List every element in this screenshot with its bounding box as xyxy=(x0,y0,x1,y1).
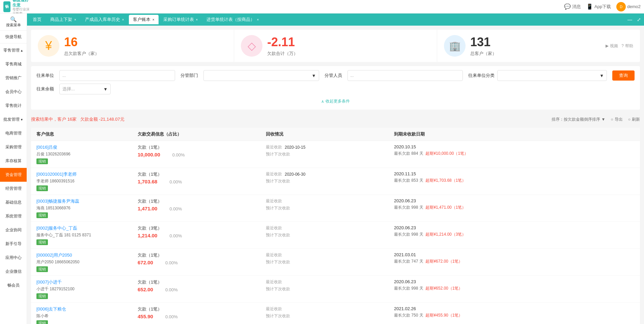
tab-minimize-button[interactable]: — xyxy=(626,16,634,23)
dept-select[interactable]: ▼ xyxy=(203,70,319,81)
close-icon[interactable]: × xyxy=(74,18,76,22)
sidebar-item-label: 企业微信 xyxy=(5,269,22,274)
video-icon: ▶ xyxy=(606,43,609,48)
debt-count: 欠款（1笔） xyxy=(138,171,266,177)
customer-contact: 用户2050 18665062050 xyxy=(36,259,138,265)
overdue-days: 最长欠款 998 天 超期¥1,214.00（3笔） xyxy=(394,232,635,237)
customer-name-link[interactable]: [0016]吕俊 xyxy=(36,144,138,150)
message-button[interactable]: 💬 消息 xyxy=(564,3,581,10)
sidebar-item-vip[interactable]: 畅会员 xyxy=(0,278,27,292)
close-icon[interactable]: × xyxy=(152,18,155,22)
debt-amount[interactable]: 1,703.68 xyxy=(138,179,157,184)
sort-select[interactable]: 排序：按欠款金额倒序排序 ▼ xyxy=(552,117,606,122)
overdue-amount-link[interactable]: 超期¥672.00（1笔） xyxy=(425,259,463,264)
sidebar-item-retail-mgmt[interactable]: 零售管理 ▲ xyxy=(0,43,27,57)
stat-debt-customers: ¥ 16 总欠款客户（家） xyxy=(31,30,234,62)
collapse-button[interactable]: ∧ 收起更多条件 xyxy=(36,97,635,106)
filter-area: 往来单位 ... 分管部门 ▼ xyxy=(31,66,640,110)
filter-manager-label: 分管人员 xyxy=(325,72,345,79)
overdue-date: 2020.10.15 xyxy=(394,144,635,149)
tab-maximize-button[interactable]: ⤢ xyxy=(636,16,642,23)
sidebar-item-retail-stats[interactable]: 零售统计 xyxy=(0,99,27,113)
overdue-amount-link[interactable]: 超期¥1,471.00（1笔） xyxy=(425,205,466,210)
customer-name-link[interactable]: [0001020001]李老师 xyxy=(36,171,138,177)
overdue-amount-link[interactable]: 超期¥1,214.00（3笔） xyxy=(425,232,466,237)
balance-select[interactable]: 选择... ▼ xyxy=(59,84,111,94)
debt-amount[interactable]: 455.90 xyxy=(138,314,153,319)
export-button[interactable]: ○ 导出 xyxy=(611,117,623,122)
sidebar-item-stock-check[interactable]: 库存核算 xyxy=(0,154,27,168)
close-icon[interactable]: × xyxy=(122,18,124,22)
debt-percent: 0.00% xyxy=(169,179,182,184)
debt-amount[interactable]: 652.00 xyxy=(138,287,153,292)
tab-product-history[interactable]: 产成品入库单历史 × xyxy=(81,15,128,24)
filter-source-unit: 往来单位 ... xyxy=(36,70,175,81)
overdue-amount-link[interactable]: 超期¥1,703.68（1笔） xyxy=(425,178,466,183)
filter-manager: 分管人员 ... xyxy=(325,70,463,81)
filter-source-unit-label: 往来单位 xyxy=(36,72,57,79)
sidebar-item-app-center[interactable]: 应用中心 xyxy=(0,251,27,265)
sidebar-item-corp-collab[interactable]: 企业协同 xyxy=(0,223,27,237)
source-unit-input[interactable]: ... xyxy=(59,70,175,81)
sidebar-item-member[interactable]: 会员中心 xyxy=(0,85,27,99)
overdue-days: 最长欠款 998 天 超期¥1,471.00（1笔） xyxy=(394,205,635,210)
chevron-down-icon: ▼ xyxy=(312,73,316,78)
close-icon[interactable]: × xyxy=(196,18,198,22)
sidebar-item-ops-mgmt[interactable]: 经营管理 xyxy=(0,182,27,196)
results-info: 搜索结果中，客户 16家 欠款金额 -21,148.07元 xyxy=(31,116,124,122)
debt-amount[interactable]: 672.00 xyxy=(138,260,153,265)
sidebar-item-sys-mgmt[interactable]: 系统管理 xyxy=(0,209,27,223)
filter-dept-label: 分管部门 xyxy=(180,72,201,79)
debt-amount[interactable]: 10,000.00 xyxy=(138,152,160,157)
tab-product-shelf[interactable]: 商品上下架 × xyxy=(46,15,80,24)
app-logo: 畅 畅捷通好生意 母婴行业演示账套 xyxy=(3,0,30,16)
tab-purchase-detail[interactable]: 进货单统计表（按商品） × xyxy=(202,15,263,24)
unit-category-select[interactable]: ▼ xyxy=(497,70,607,81)
sidebar-item-new-guide[interactable]: 新手引导 xyxy=(0,237,27,251)
sidebar-item-label: 系统管理 xyxy=(5,214,22,218)
overdue-amount-link[interactable]: 超期¥10,000.00（1笔） xyxy=(425,151,468,156)
sidebar-item-retail-mall[interactable]: 零售商城 xyxy=(0,57,27,71)
customer-name-link[interactable]: [0006]去下粮仓 xyxy=(36,306,138,312)
recovery-date: 2020-06-30 xyxy=(285,172,305,177)
tab-product-shelf-label: 商品上下架 xyxy=(50,17,72,23)
app-download-button[interactable]: 📱 App下载 xyxy=(586,3,611,10)
sidebar-item-capital-mgmt[interactable]: 资金管理 xyxy=(0,168,27,182)
overdue-amount-link[interactable]: 超期¥652.00（1笔） xyxy=(425,286,463,291)
sidebar-item-batch-mgmt[interactable]: 批发管理 ▼ xyxy=(0,113,27,126)
sidebar-item-quick-nav[interactable]: 快捷导航 xyxy=(0,31,27,43)
customer-name-link[interactable]: [0007]小进千 xyxy=(36,279,138,285)
customer-tag: 现销 xyxy=(36,293,48,299)
close-icon[interactable]: × xyxy=(257,18,259,22)
search-button[interactable]: 查询 xyxy=(612,70,635,81)
tab-home[interactable]: 首页 xyxy=(29,15,46,24)
diamond-icon: ◇ xyxy=(248,39,256,52)
customer-name-link[interactable]: [000002]用户2050 xyxy=(36,252,138,258)
sidebar-item-purchase-mgmt[interactable]: 采购管理 xyxy=(0,140,27,154)
customer-contact: 李老师 18600391516 xyxy=(36,178,138,184)
sidebar-item-marketing[interactable]: 营销推广 xyxy=(0,71,27,85)
sidebar-item-ecom-mgmt[interactable]: 电商管理 xyxy=(0,126,27,140)
sidebar-item-basic-info[interactable]: 基础信息 xyxy=(0,196,27,209)
debt-amount[interactable]: 1,471.00 xyxy=(138,206,157,211)
table-row: [0016]吕俊 吕俊 13026203696 现销 欠款（1笔） 10,000… xyxy=(31,141,640,168)
customer-name-link[interactable]: [0003]畅捷服务尹海蕊 xyxy=(36,198,138,204)
debt-label: 欠款金额 xyxy=(80,117,98,122)
data-table: 客户信息 欠款交易信息（占比） 回收情况 到期未收款日期 [0016]吕俊 吕俊… xyxy=(31,128,640,324)
sidebar-item-corp-wx[interactable]: 企业微信 xyxy=(0,265,27,278)
user-profile-button[interactable]: D demo2 xyxy=(616,2,641,11)
view-video-button[interactable]: ▶ 视频 xyxy=(606,43,618,49)
manager-input[interactable]: ... xyxy=(347,70,463,81)
sidebar-item-label: 企业协同 xyxy=(5,228,22,232)
help-button[interactable]: ? 帮助 xyxy=(621,43,633,49)
tab-customer-account[interactable]: 客户账本 × xyxy=(129,15,159,24)
overdue-amount-link[interactable]: 超期¥455.90（1笔） xyxy=(425,313,463,318)
help-icon: ? xyxy=(621,43,624,48)
customer-name-link[interactable]: [0002]服务中心_丁磊 xyxy=(36,225,138,231)
sidebar-search[interactable]: 🔍 搜索菜单 xyxy=(0,13,27,31)
app-name: 畅捷通好生意 xyxy=(12,0,30,7)
debt-amount[interactable]: 1,214.00 xyxy=(138,233,157,238)
sidebar-search-label: 搜索菜单 xyxy=(2,23,25,28)
refresh-button[interactable]: ○ 刷新 xyxy=(628,117,640,122)
tab-purchase-stats[interactable]: 采购订单统计表 × xyxy=(159,15,202,24)
